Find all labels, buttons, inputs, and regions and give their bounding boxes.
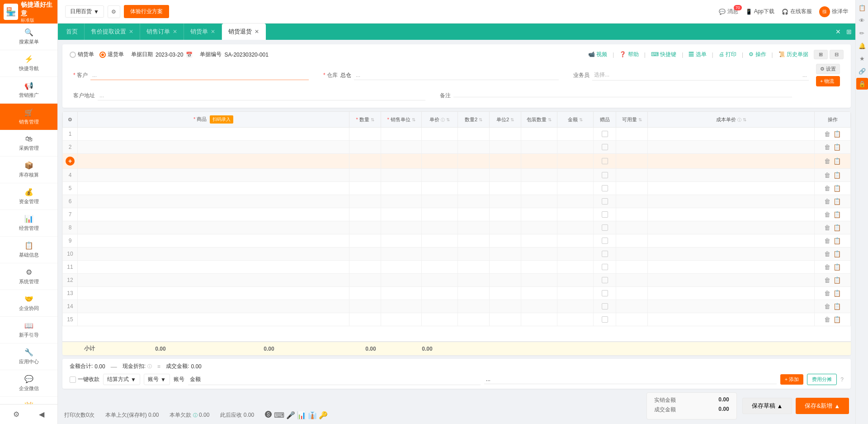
copy-row-icon[interactable]: 📋 [833, 316, 841, 323]
tab-close-sales-order[interactable]: ✕ [173, 29, 177, 34]
online-cs-btn[interactable]: 🎧 在线客服 [782, 8, 812, 15]
add-payment-btn[interactable]: + 添加 [780, 374, 803, 385]
cost-price-cell[interactable] [648, 287, 815, 300]
pack-qty-cell[interactable] [521, 300, 557, 313]
cost-price-cell[interactable] [648, 221, 815, 234]
price-cell[interactable] [422, 141, 458, 154]
rp-btn-3[interactable]: ✏ [856, 27, 868, 39]
unit2-cell[interactable] [490, 195, 521, 208]
goods-cell[interactable] [78, 261, 349, 274]
rp-btn-7[interactable]: 🔒 [856, 78, 868, 90]
delete-row-icon[interactable]: 🗑 [824, 157, 830, 165]
qty2-cell[interactable] [458, 182, 490, 195]
cost-price-cell[interactable] [648, 141, 815, 154]
cost-price-cell[interactable] [648, 128, 815, 141]
qty-cell[interactable] [349, 221, 381, 234]
available-cell[interactable] [616, 261, 648, 274]
unit2-cell[interactable] [490, 169, 521, 182]
unit-cell[interactable] [381, 208, 422, 221]
qty2-cell[interactable] [458, 300, 490, 313]
tab-sales-return[interactable]: 销货退货 ✕ [222, 24, 266, 40]
available-cell[interactable] [616, 154, 648, 169]
user-menu[interactable]: 徐 徐泽华 [819, 6, 848, 17]
settings-side-btn[interactable]: ⚙ 设置 [816, 64, 840, 74]
price-cell[interactable] [422, 128, 458, 141]
cost-price-cell[interactable] [648, 234, 815, 248]
amount-cell[interactable] [557, 154, 594, 169]
qty-cell[interactable] [349, 248, 381, 261]
settlement-select[interactable]: 结算方式 ▼ [103, 374, 140, 385]
amount-cell[interactable] [557, 300, 594, 313]
close-tab-btn[interactable]: ✕ [834, 26, 843, 37]
amount-input[interactable]: 金额 [188, 374, 481, 385]
delete-row-icon[interactable]: 🗑 [824, 250, 830, 257]
goods-cell[interactable] [78, 274, 349, 287]
sidebar-item-enterprise[interactable]: 🤝 企业协同 [0, 290, 57, 317]
available-cell[interactable] [616, 248, 648, 261]
qty2-cell[interactable] [458, 234, 490, 248]
copy-row-icon[interactable]: 📋 [833, 157, 841, 165]
maximize-btn[interactable]: ⊞ [844, 26, 854, 37]
delete-row-icon[interactable]: 🗑 [824, 224, 830, 231]
help-action[interactable]: ❓ 帮助 [619, 51, 638, 58]
qty2-cell[interactable] [458, 195, 490, 208]
rp-btn-1[interactable]: 📋 [856, 2, 868, 14]
copy-row-icon[interactable]: 📋 [833, 303, 841, 310]
gift-checkbox[interactable] [602, 158, 608, 164]
available-cell[interactable] [616, 313, 648, 326]
pack-qty-cell[interactable] [521, 274, 557, 287]
copy-row-icon[interactable]: 📋 [833, 211, 841, 218]
available-cell[interactable] [616, 128, 648, 141]
delete-row-icon[interactable]: 🗑 [824, 143, 830, 151]
available-cell[interactable] [616, 195, 648, 208]
pack-qty-cell[interactable] [521, 234, 557, 248]
sidebar-collapse-btn[interactable]: ◀ [37, 408, 46, 420]
account-select[interactable]: 账号 ▼ [144, 374, 170, 385]
delete-row-icon[interactable]: 🗑 [824, 130, 830, 138]
expense-help-icon[interactable]: ? [840, 376, 844, 383]
available-cell[interactable] [616, 208, 648, 221]
amount-cell[interactable] [557, 287, 594, 300]
sidebar-item-system[interactable]: ⚙ 系统管理 [0, 263, 57, 290]
operate-action[interactable]: ⚙ 操作 [749, 51, 766, 58]
available-cell[interactable] [616, 182, 648, 195]
pack-qty-cell[interactable] [521, 169, 557, 182]
gift-checkbox[interactable] [602, 303, 608, 310]
staff-input[interactable]: 选择... ... [592, 70, 809, 81]
pack-qty-cell[interactable] [521, 261, 557, 274]
available-cell[interactable] [616, 287, 648, 300]
unit-cell[interactable] [381, 313, 422, 326]
goods-cell[interactable] [78, 141, 349, 154]
unit2-cell[interactable] [490, 274, 521, 287]
expense-split-btn[interactable]: 费用分摊 [807, 374, 837, 385]
rp-btn-2[interactable]: 👁 [856, 14, 868, 26]
video-action[interactable]: 📹 视频 [588, 51, 607, 58]
gift-checkbox[interactable] [602, 264, 608, 270]
remark-input[interactable] [453, 94, 792, 97]
copy-row-icon[interactable]: 📋 [833, 276, 841, 284]
price-cell[interactable] [422, 154, 458, 169]
unit-cell[interactable] [381, 274, 422, 287]
price-cell[interactable] [422, 300, 458, 313]
copy-row-icon[interactable]: 📋 [833, 185, 841, 192]
cost-price-cell[interactable] [648, 313, 815, 326]
unit2-cell[interactable] [490, 287, 521, 300]
price-cell[interactable] [422, 169, 458, 182]
available-cell[interactable] [616, 300, 648, 313]
available-cell[interactable] [616, 234, 648, 248]
delete-row-icon[interactable]: 🗑 [824, 316, 830, 323]
gift-checkbox[interactable] [602, 316, 608, 323]
tab-close-sales-delivery[interactable]: ✕ [211, 29, 215, 34]
sidebar-item-inventory[interactable]: 📦 库存核算 [0, 157, 57, 183]
sidebar-item-guide[interactable]: 📖 新手引导 [0, 317, 57, 343]
unit2-cell[interactable] [490, 208, 521, 221]
cost-price-cell[interactable] [648, 182, 815, 195]
history-action[interactable]: 📜 历史单据 [778, 51, 808, 58]
unit-cell[interactable] [381, 221, 422, 234]
gift-checkbox[interactable] [602, 211, 608, 218]
goods-cell[interactable] [78, 313, 349, 326]
sidebar-item-wechat[interactable]: 💬 企业微信 [0, 370, 57, 397]
radio-return[interactable]: 退货单 [99, 51, 124, 58]
qty2-cell[interactable] [458, 261, 490, 274]
unit-cell[interactable] [381, 141, 422, 154]
